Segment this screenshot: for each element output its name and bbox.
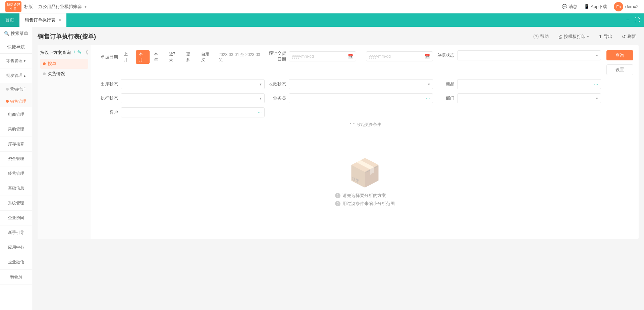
sidebar-search[interactable]: 🔍 搜索菜单 [0,27,32,40]
sidebar-item-enterprise[interactable]: 企业协同 [0,211,32,225]
page-title: 销售订单执行表(按单) [38,33,96,41]
sidebar-item-basic-label: 基础信息 [8,186,24,191]
scheme-panel: 按以下方案查询 + ✎ 《 按单 欠货情况 [38,45,91,239]
scheme-item-欠货情况[interactable]: 欠货情况 [40,69,88,79]
refresh-icon: ↺ [622,34,626,39]
scheme-edit-button[interactable]: ✎ [77,49,82,56]
sidebar-item-appstore[interactable]: 应用中心 [0,240,32,255]
order-status-group: 单据状态 ▾ [433,50,601,60]
order-status-dropdown-icon: ▾ [596,53,598,58]
window-title-dropdown[interactable]: ▾ [85,4,87,9]
top-header-left: 畅捷通好生意 标版 办公用品行业模拟账套 ▾ [5,1,87,12]
scheme-item-按单[interactable]: 按单 [40,59,88,69]
export-button[interactable]: ⬆ 导出 [596,32,615,41]
scheme-collapse-button[interactable]: 《 [83,49,88,56]
print-button[interactable]: 🖨 按模板打印 ▾ [555,32,592,41]
print-label: 按模板打印 [564,34,586,40]
date-separator: — [359,54,363,59]
sidebar-item-ecommerce[interactable]: 电商管理 [0,107,32,122]
sidebar-item-wholesale[interactable]: 批发管理 ▴ [0,68,32,83]
sidebar-item-purchase[interactable]: 采购管理 [0,122,32,137]
action-buttons: 查询 设置 [606,50,633,75]
refresh-button[interactable]: ↺ 刷新 [619,32,639,41]
sidebar-item-member[interactable]: 畅会员 [0,270,32,285]
goods-input[interactable]: ··· [457,79,601,89]
scheme-add-button[interactable]: + [73,49,76,56]
empty-tips: 1 请先选择要分析的方案 2 用过滤条件来缩小分析范围 [335,193,395,207]
logo[interactable]: 畅捷通好生意 [5,1,21,12]
user-profile[interactable]: Ea demo2 [614,2,639,11]
salesman-dots-icon[interactable]: ··· [426,96,430,101]
dept-select[interactable]: ▾ [457,93,601,103]
empty-illustration: 📦 [348,157,382,189]
sidebar-item-finance[interactable]: 资金管理 [0,152,32,166]
search-button[interactable]: 查询 [606,50,633,60]
customer-input[interactable]: ··· [121,107,265,117]
order-status-select[interactable]: ▾ [457,50,601,60]
sidebar-item-sales[interactable]: 销售管理 [0,95,32,107]
sidebar-item-operation[interactable]: 经营管理 [0,166,32,181]
goods-group: 商品 ··· [433,79,601,89]
sidebar-item-system[interactable]: 系统管理 [0,196,32,211]
sidebar-item-appstore-label: 应用中心 [8,245,24,250]
app-subtitle: 标版 [24,4,33,10]
search-icon: 🔍 [4,31,9,36]
quick-date-custom[interactable]: 自定义 [198,50,216,64]
sidebar-item-newbie[interactable]: 新手引导 [0,225,32,240]
scheme-dot-active-icon [43,62,46,65]
sidebar-item-inventory-label: 库存核算 [8,141,24,147]
expected-delivery-group: 预计交货日期 yyyy-mm-dd 📅 — yyyy-mm-dd 📅 [265,50,433,62]
sidebar-item-wechat[interactable]: 企业微信 [0,255,32,270]
exec-status-select[interactable]: ▾ [121,93,265,103]
quick-date-more[interactable]: 更多 [183,50,197,64]
app-download-label: App下载 [591,4,607,10]
reset-button[interactable]: 设置 [606,64,633,75]
export-icon: ⬆ [598,34,602,39]
sidebar-item-marketing[interactable]: 营销推广 [0,83,32,95]
page-actions: ? 帮助 🖨 按模板打印 ▾ ⬆ 导出 ↺ 刷新 [531,32,639,41]
goods-dots-icon[interactable]: ··· [594,82,598,87]
chevron-up-icon: ⌃⌃ [349,122,356,127]
tab-minimize-button[interactable]: − [625,16,631,24]
sidebar-item-wechat-label: 企业微信 [8,259,24,265]
quick-date-this-year[interactable]: 本年 [151,50,165,64]
stock-status-select[interactable]: ▾ [121,79,265,89]
tab-expand-button[interactable]: ⛶ [633,16,641,24]
tab-bar-actions: − ⛶ [625,13,644,27]
retail-arrow-icon: ▾ [24,59,25,63]
logo-text: 畅捷通好生意 [5,3,21,11]
print-icon: 🖨 [558,34,562,39]
quick-date-last7days[interactable]: 近7天 [166,50,182,64]
sidebar-item-inventory[interactable]: 库存核算 [0,137,32,152]
sidebar: 🔍 搜索菜单 快捷导航 零售管理 ▾ 批发管理 ▴ 营销推广 销 [0,27,32,310]
message-button[interactable]: 💬 消息 [562,4,577,10]
quick-date-this-month[interactable]: 本月 [136,50,150,64]
tab-sales-exec[interactable]: 销售订单执行表 × [19,13,66,27]
app-download-button[interactable]: 📱 App下载 [584,4,607,10]
sidebar-nav-label: 快捷导航 [7,44,25,50]
content-panel: 按以下方案查询 + ✎ 《 按单 欠货情况 [38,45,639,239]
sidebar-item-system-label: 系统管理 [8,200,24,206]
sidebar-search-label: 搜索菜单 [11,31,28,37]
date-end-input[interactable]: yyyy-mm-dd 📅 [366,51,433,61]
sidebar-quick-nav[interactable]: 快捷导航 [0,40,32,54]
collapse-bar[interactable]: ⌃⌃ 收起更多条件 [97,119,633,130]
tab-home[interactable]: 首页 [0,13,19,27]
page-header: 销售订单执行表(按单) ? 帮助 🖨 按模板打印 ▾ ⬆ 导出 ↺ 刷新 [38,32,639,41]
sidebar-item-ecommerce-label: 电商管理 [8,112,24,117]
dept-dropdown-icon: ▾ [596,96,598,101]
sidebar-item-sales-label: 销售管理 [10,99,26,104]
quick-date-last-month[interactable]: 上月 [121,50,135,64]
scheme-header: 按以下方案查询 + ✎ 《 [40,49,88,56]
help-button[interactable]: ? 帮助 [531,32,551,41]
scheme-item-按单-label: 按单 [48,61,56,67]
tab-close-button[interactable]: × [59,18,61,22]
collection-status-select[interactable]: ▾ [289,79,433,89]
sidebar-item-retail[interactable]: 零售管理 ▾ [0,54,32,68]
date-start-input[interactable]: yyyy-mm-dd 📅 [289,51,356,61]
scheme-item-欠货情况-label: 欠货情况 [48,71,65,77]
scheme-actions: + ✎ 《 [73,49,88,56]
salesman-input[interactable]: ··· [289,93,433,103]
sidebar-item-basic[interactable]: 基础信息 [0,181,32,196]
customer-dots-icon[interactable]: ··· [258,110,262,115]
